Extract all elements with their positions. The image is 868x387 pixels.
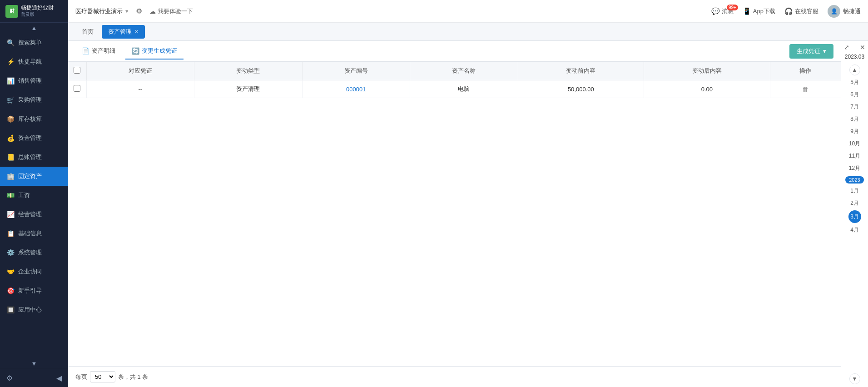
logo-sub: 普及版 <box>21 11 54 18</box>
panel-month-1[interactable]: 1月 <box>841 185 868 197</box>
sidebar-scroll-bottom[interactable]: ▼ <box>0 358 68 369</box>
sidebar-item-funds[interactable]: 💰 资金管理 <box>0 129 68 148</box>
sidebar-item-purchase[interactable]: 🛒 采购管理 <box>0 90 68 109</box>
company-arrow-icon: ▾ <box>125 8 129 15</box>
sidebar-label-operations: 经营管理 <box>18 210 42 218</box>
topbar-right: 💬 消息 99+ 📱 App下载 🎧 在线客服 👤 畅捷通 <box>711 5 861 18</box>
panel-month-8[interactable]: 8月 <box>841 113 868 125</box>
basic-icon: 📋 <box>6 229 15 238</box>
service-btn[interactable]: 🎧 在线客服 <box>784 7 818 15</box>
subtab-assetdetail-label: 资产明细 <box>92 47 115 55</box>
message-btn[interactable]: 💬 消息 99+ <box>711 7 734 15</box>
logo-text-block: 畅捷通好业财 普及版 <box>21 5 54 18</box>
sidebar-item-ledger[interactable]: 📒 总账管理 <box>0 148 68 167</box>
topbar-gear-icon[interactable]: ⚙ <box>136 7 142 15</box>
header-after-change: 变动后内容 <box>644 62 770 80</box>
row-change-type: 资产清理 <box>194 80 303 98</box>
sidebar-bottom: ⚙ ◀ <box>0 369 68 387</box>
sidebar-item-apps[interactable]: 🔲 应用中心 <box>0 300 68 319</box>
sidebar-label-quicknav: 快捷导航 <box>18 58 42 66</box>
asset-table: 对应凭证 变动类型 资产编号 资产名称 变动前内容 变动后内容 操作 <box>68 62 841 98</box>
content-area: 📄 资产明细 🔄 变更生成凭证 生成凭证 ▾ <box>68 41 868 387</box>
select-all-checkbox[interactable] <box>74 67 80 74</box>
inventory-icon: 📦 <box>6 115 15 123</box>
collab-icon: 🤝 <box>6 268 15 276</box>
panel-month-2[interactable]: 2月 <box>841 197 868 209</box>
experience-text: 我要体验一下 <box>158 7 193 15</box>
fixedassets-icon: 🏢 <box>6 172 15 180</box>
sidebar-item-guide[interactable]: 🎯 新手引导 <box>0 281 68 300</box>
panel-scroll-down[interactable]: ▼ <box>849 373 860 384</box>
generate-voucher-button[interactable]: 生成凭证 ▾ <box>789 44 833 59</box>
sidebar-scroll-top[interactable]: ▲ <box>0 23 68 33</box>
header-asset-code: 资产编号 <box>302 62 410 80</box>
sidebar-logo: 财 畅捷通好业财 普及版 <box>0 0 68 23</box>
panel-month-10[interactable]: 10月 <box>841 138 868 150</box>
generate-btn-label: 生成凭证 <box>797 47 820 55</box>
panel-month-5[interactable]: 5月 <box>841 76 868 89</box>
generate-btn-arrow: ▾ <box>823 48 826 55</box>
settings-icon[interactable]: ⚙ <box>6 374 13 382</box>
sidebar-label-search: 搜索菜单 <box>18 39 42 47</box>
tab-close-icon[interactable]: ✕ <box>134 29 139 35</box>
sidebar-item-collab[interactable]: 🤝 企业协同 <box>0 262 68 281</box>
row-asset-code[interactable]: 000001 <box>302 80 410 98</box>
sidebar-item-system[interactable]: ⚙️ 系统管理 <box>0 243 68 262</box>
company-selector[interactable]: 医疗器械行业演示 ▾ <box>75 7 129 15</box>
app-label: App下载 <box>753 7 775 15</box>
sidebar-label-payroll: 工资 <box>18 191 30 199</box>
sales-icon: 📊 <box>6 77 15 85</box>
delete-row-icon[interactable]: 🗑 <box>802 85 809 93</box>
subtab-changevoucher-label: 变更生成凭证 <box>142 47 177 55</box>
sidebar-item-operations[interactable]: 📈 经营管理 <box>0 205 68 224</box>
sidebar-item-search[interactable]: 🔍 搜索菜单 <box>0 33 68 52</box>
row-checkbox[interactable] <box>74 85 80 92</box>
panel-month-9[interactable]: 9月 <box>841 125 868 138</box>
panel-month-7[interactable]: 7月 <box>841 101 868 113</box>
user-btn[interactable]: 👤 畅捷通 <box>828 5 861 18</box>
subtab-assetdetail[interactable]: 📄 资产明细 <box>75 43 122 60</box>
ledger-icon: 📒 <box>6 153 15 161</box>
sidebar-item-quicknav[interactable]: ⚡ 快捷导航 <box>0 52 68 71</box>
row-before-change: 50,000.00 <box>518 80 644 98</box>
tab-assetmgmt[interactable]: 资产管理 ✕ <box>102 25 145 39</box>
panel-month-4[interactable]: 4月 <box>841 224 868 236</box>
tab-home[interactable]: 首页 <box>75 25 100 39</box>
row-voucher: -- <box>86 80 194 98</box>
quicknav-icon: ⚡ <box>6 58 15 66</box>
guide-icon: 🎯 <box>6 287 15 295</box>
sidebar-label-basic: 基础信息 <box>18 229 42 238</box>
table-wrapper: 对应凭证 变动类型 资产编号 资产名称 变动前内容 变动后内容 操作 <box>68 62 841 366</box>
sidebar-item-payroll[interactable]: 💵 工资 <box>0 186 68 205</box>
tab-home-label: 首页 <box>82 28 94 35</box>
page-size-select[interactable]: 50 10 20 100 <box>90 371 115 382</box>
panel-month-3-active[interactable]: 3月 <box>848 210 861 223</box>
sidebar-label-purchase: 采购管理 <box>18 96 42 104</box>
header-checkbox-cell <box>68 62 86 80</box>
panel-month-6[interactable]: 6月 <box>841 89 868 101</box>
sidebar-item-fixedassets[interactable]: 🏢 固定资产 <box>0 167 68 186</box>
row-operation: 🗑 <box>770 80 841 98</box>
panel-expand-icon[interactable]: ⤢ <box>844 44 849 51</box>
purchase-icon: 🛒 <box>6 96 15 104</box>
panel-month-11[interactable]: 11月 <box>841 150 868 162</box>
panel-close-icon[interactable]: ✕ <box>860 44 865 51</box>
sidebar-item-sales[interactable]: 📊 销售管理 <box>0 71 68 90</box>
collapse-icon[interactable]: ◀ <box>56 374 62 382</box>
operations-icon: 📈 <box>6 210 15 218</box>
sidebar-item-basic[interactable]: 📋 基础信息 <box>0 224 68 243</box>
sidebar-item-inventory[interactable]: 📦 库存核算 <box>0 109 68 129</box>
subtab-changevoucher[interactable]: 🔄 变更生成凭证 <box>125 43 184 60</box>
panel-month-12[interactable]: 12月 <box>841 162 868 174</box>
app-download-btn[interactable]: 📱 App下载 <box>743 7 775 15</box>
experience-btn[interactable]: ☁ 我要体验一下 <box>149 7 193 15</box>
tab-assetmgmt-label: 资产管理 <box>108 28 132 36</box>
main-area: 医疗器械行业演示 ▾ ⚙ ☁ 我要体验一下 💬 消息 99+ 📱 App下载 🎧… <box>68 0 868 387</box>
app-icon: 📱 <box>743 7 751 15</box>
payroll-icon: 💵 <box>6 191 15 199</box>
panel-scroll-up[interactable]: ▲ <box>849 64 860 75</box>
panel-months-container: 5月 6月 7月 8月 9月 10月 11月 12月 2023 1月 2月 3月… <box>841 76 868 372</box>
service-label: 在线客服 <box>795 7 818 15</box>
logo-icon: 财 <box>5 5 18 18</box>
sidebar-label-fixedassets: 固定资产 <box>18 172 42 180</box>
